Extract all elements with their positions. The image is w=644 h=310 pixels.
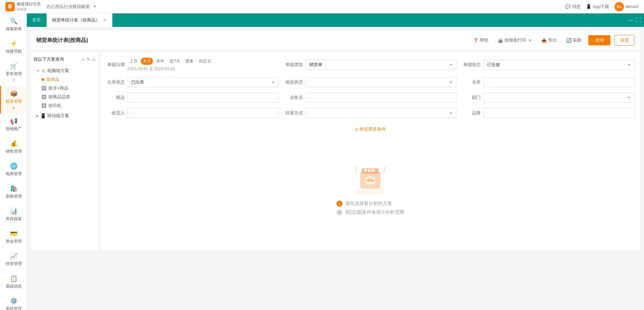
tab-home[interactable]: 首页 [27,13,47,27]
workspace-dropdown-icon[interactable]: ▼ [93,4,97,9]
tree-item-by-category[interactable]: 按 按商品品类 [39,93,95,101]
salesman-field: 业务员 ··· [284,93,457,103]
filter-row-3: 商品 ··· 业务员 ··· 部门 [106,93,635,103]
edit-scheme-button[interactable]: ✎ [87,57,91,62]
settlement-input[interactable]: ▼ [306,108,457,118]
add-scheme-button[interactable]: + [82,57,85,62]
settlement-label: 结算方式 [284,110,303,116]
date-tab-last-month[interactable]: 上月 [127,58,140,65]
panel-header: 按以下方案查询 + ✎ « [34,56,95,62]
recipient-input[interactable]: ··· [127,108,279,118]
date-tab-last-7days[interactable]: 近7天 [168,58,182,65]
settlement-dropdown-icon: ▼ [449,111,453,115]
tree-item-by-month-goods[interactable]: 按 按月+商品 [39,84,95,93]
collapse-panel-button[interactable]: « [93,57,95,62]
print-button[interactable]: 🖨️ 按模板打印 ▼ [495,36,535,45]
right-panel: 单据日期 上月 本月 本年 近7天 更多 自定义 20 [101,52,640,250]
sidebar-item-ecommerce[interactable]: 🌐 电商管理 [0,158,26,181]
export-button[interactable]: 📤 导出 [539,36,559,45]
tab-maximize-button[interactable]: ⛶ [636,17,641,23]
print-dropdown-icon: ▼ [528,38,532,43]
monitor-icon: 🖥 [41,68,46,73]
top-bar-right: 💬 消息 📱 App下载 Ea demo2 [565,2,639,11]
svg-line-10 [355,167,357,172]
date-value: 2023-03-01 至 2023-03-31 [127,66,279,72]
date-tab-this-month[interactable]: 本月 [141,58,153,65]
sidebar-item-inventory[interactable]: 📊 库存核算 [0,203,26,226]
empty-svg [350,162,390,195]
svg-rect-3 [364,169,367,172]
workspace-name: 办公用品行业模拟账套 [46,4,90,10]
warehouse-input[interactable]: ··· [483,77,635,87]
tab-minimize-button[interactable]: — [628,17,633,23]
recipient-field: 收货人 ··· [106,108,279,118]
tab-close-button[interactable]: ✕ [103,18,107,22]
help-button[interactable]: ❓ 帮助 [470,36,491,45]
type-input[interactable]: 销货单 ▼ [306,60,457,70]
quicknav-icon: ⚡ [10,40,17,47]
refresh-icon: 🔄 [566,38,572,43]
logo[interactable]: 畅捷通好生意 标账版 [5,2,41,11]
sidebar-item-quicknav[interactable]: ⚡ 快捷导航 [0,36,26,58]
sidebar: 🔍 搜索菜单 ⚡ 快捷导航 🛒 零售管理 ▼ 📦 批发管理 ▲ 📢 营销推广 💰… [0,13,27,310]
sidebar-item-search[interactable]: 🔍 搜索菜单 [0,13,26,36]
brand-input[interactable]: ··· [483,108,635,118]
sidebar-item-system[interactable]: ⚙️ 系统管理 [0,293,26,310]
tab-bar: 首页 销货单统计表（按商品） ✕ — ⛶ [27,13,644,27]
tree-group-mobile: ▶ 📱 移动端方案 [34,111,95,120]
purchase-icon: 🛍️ [10,185,17,192]
refresh-button[interactable]: 🔄 刷新 [564,36,584,45]
app-download-button[interactable]: 📱 App下载 [586,4,609,10]
empty-step-1: 1 请先选择要分析的方案 [336,201,404,207]
date-tab-custom[interactable]: 自定义 [197,58,213,65]
sidebar-item-operations[interactable]: 📈 经营管理 [0,248,26,271]
warehouse-label: 仓库 [462,79,481,85]
by-month-icon: 按 [42,86,46,91]
receiptstatus-label: 收款状态 [284,79,303,85]
tree-item-by-goods[interactable]: 按商品 [39,75,95,84]
status-input[interactable]: 已生效 ▼ [483,60,635,70]
brand-label: 品牌 [462,110,481,116]
receiptstatus-dropdown-icon: ▼ [449,80,453,84]
salesman-label: 业务员 [284,95,303,101]
tab-sales-stat[interactable]: 销货单统计表（按商品） ✕ [47,13,112,27]
top-bar-left: 畅捷通好生意 标账版 办公用品行业模拟账套 ▼ [5,2,97,11]
sidebar-item-purchase[interactable]: 🛍️ 采购管理 [0,181,26,203]
tree-item-by-driver[interactable]: 按 按司机 [39,101,95,110]
message-button[interactable]: 💬 消息 [565,4,581,10]
sidebar-item-basic[interactable]: 📋 基础信息 [0,271,26,293]
dept-input[interactable]: ▼ [483,93,635,103]
system-icon: ⚙️ [10,297,17,305]
user-menu-button[interactable]: Ea demo2 [614,2,639,11]
collapse-button[interactable]: ∧ 收起更多条件 [106,123,635,135]
tree-group-desktop-header[interactable]: ▼ 🖥 电脑端方案 [34,66,95,75]
sidebar-item-sales[interactable]: 💰 销售管理 [0,136,26,158]
receiptstatus-input[interactable]: ▼ [306,77,457,87]
date-tab-this-year[interactable]: 本年 [154,58,166,65]
logo-svg [7,4,13,10]
salesman-input[interactable]: ··· [306,93,457,103]
sidebar-item-wholesale[interactable]: 📦 批发管理 ▲ [0,86,26,113]
date-tab-more[interactable]: 更多 [183,58,196,65]
svg-point-8 [367,179,369,182]
svg-point-0 [355,189,385,195]
tree-children-desktop: 按商品 按 按月+商品 按 按商品品类 按 [34,75,95,110]
settings-button[interactable]: 设置 [614,35,635,46]
goods-input[interactable]: ··· [127,93,279,103]
sidebar-item-marketing[interactable]: 📢 营销推广 [0,113,26,136]
by-driver-icon: 按 [42,103,46,108]
retail-arrow: ▼ [12,78,15,82]
query-button[interactable]: 查询 [588,35,610,45]
tree-group-mobile-header[interactable]: ▶ 📱 移动端方案 [34,111,95,120]
status-dropdown-icon: ▼ [627,63,631,67]
sidebar-item-retail[interactable]: 🛒 零售管理 ▼ [0,58,26,86]
page-content: 销货单统计表(按商品) ❓ 帮助 🖨️ 按模板打印 ▼ 📤 导出 [27,27,644,310]
basic-icon: 📋 [10,275,17,282]
top-bar: 畅捷通好生意 标账版 办公用品行业模拟账套 ▼ 💬 消息 📱 App下载 Ea … [0,0,644,13]
outstatus-input[interactable]: 已出库 ▼ [127,77,279,87]
mobile-scheme-icon: 📱 [40,113,46,118]
wholesale-arrow: ▲ [12,106,15,109]
sidebar-item-finance[interactable]: 💳 资金管理 [0,226,26,248]
date-label: 单据日期 [106,62,125,68]
type-label: 单据类型 [284,62,303,68]
